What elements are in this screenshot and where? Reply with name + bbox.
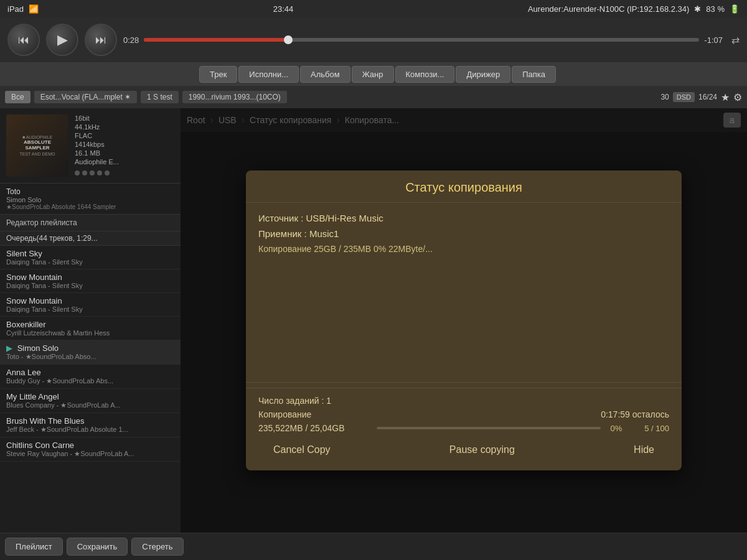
task-info-row: Число заданий : 1 <box>258 396 669 406</box>
track-album: ★SoundProLab Absolute 1644 Sampler <box>6 203 174 210</box>
progress-track[interactable] <box>144 38 699 42</box>
progress-row: 235,522MB / 25,04GB 0% 5 / 100 <box>258 423 669 433</box>
list-item[interactable]: Snow Mountain Daiqing Tana - Silent Sky <box>0 293 181 317</box>
list-item[interactable]: Chitlins Con Carne Stevie Ray Vaughan - … <box>0 437 181 462</box>
server-info: Aurender:Aurender-N100C (IP:192.168.2.34… <box>528 4 689 14</box>
source-label: Источник : USB/Hi-Res Music <box>258 213 669 223</box>
modal-btn-row: Cancel Copy Pause copying Hide <box>258 439 669 460</box>
album-dots <box>75 170 119 175</box>
prev-icon: ⏮ <box>18 34 29 47</box>
time-display: 23:44 <box>273 4 294 14</box>
dot-4 <box>97 170 102 175</box>
copy-progress-row: Копирование 0:17:59 осталось <box>258 409 669 419</box>
status-right: Aurender:Aurender-N100C (IP:192.168.2.34… <box>528 4 740 14</box>
wifi-icon: 📶 <box>29 4 39 14</box>
tasks-label: Число заданий : 1 <box>258 396 331 406</box>
next-button[interactable]: ⏭ <box>85 24 117 56</box>
album-thumbnail: ■ AUDIOPHILE ABSOLUTESAMPLER TEST AND DE… <box>6 114 68 177</box>
shuffle-icon: ⇄ <box>731 34 740 46</box>
filter-vocal[interactable]: Esot...Vocal (FLA...mplet ✶ <box>34 91 137 103</box>
list-item[interactable]: Anna Lee Buddy Guy - ★SoundProLab Abs... <box>0 365 181 389</box>
status-bar: iPad 📶 23:44 Aurender:Aurender-N100C (IP… <box>0 0 747 17</box>
tab-album[interactable]: Альбом <box>300 66 350 83</box>
transport-bar: ⏮ ▶ ⏭ 0:28 -1:07 ⇄ <box>0 17 747 62</box>
playing-indicator: ▶ <box>6 343 12 353</box>
current-track-info: Toto Simon Solo ★SoundProLab Absolute 16… <box>0 184 181 215</box>
play-icon: ▶ <box>57 32 68 48</box>
tab-composer[interactable]: Компози... <box>395 66 455 83</box>
settings-icon[interactable]: ⚙ <box>733 91 742 103</box>
battery-icon: 🔋 <box>730 4 740 14</box>
playlist-header: Редактор плейлиста <box>0 215 181 231</box>
playlist-button[interactable]: Плейлист <box>5 538 63 556</box>
dot-5 <box>105 170 110 175</box>
size-label: 235,522MB / 25,04GB <box>258 423 370 433</box>
sidebar: ■ AUDIOPHILE ABSOLUTESAMPLER TEST AND DE… <box>0 108 181 533</box>
prev-button[interactable]: ⏮ <box>7 24 40 56</box>
list-item[interactable]: My Little Angel Blues Company - ★SoundPr… <box>0 389 181 413</box>
tab-artist[interactable]: Исполни... <box>238 66 299 83</box>
modal-footer: Число заданий : 1 Копирование 0:17:59 ос… <box>246 388 682 470</box>
dot-3 <box>90 170 95 175</box>
file-size: 16.1 MB <box>75 149 119 157</box>
progress-percent: 0% <box>607 424 626 433</box>
copy-log: Копирование 25GB / 235MB 0% 22MByte/... <box>258 244 669 254</box>
filter-stest[interactable]: 1 S test <box>141 91 179 103</box>
time-remaining: -1:07 <box>704 35 723 45</box>
dest-label: Приемник : Music1 <box>258 228 669 239</box>
modal-overlay: Статус копирования Источник : USB/Hi-Res… <box>181 108 747 533</box>
category-tabs: Трек Исполни... Альбом Жанр Компози... Д… <box>0 62 747 86</box>
sample-rate: 44.1kHz <box>75 123 119 131</box>
modal-progress-track <box>377 427 601 429</box>
content-area: Root › USB › Статус копирования › Копиро… <box>181 108 747 533</box>
delete-button[interactable]: Стереть <box>131 538 183 556</box>
star-icon[interactable]: ★ <box>721 91 730 103</box>
progress-area: 0:28 -1:07 ⇄ <box>123 34 740 46</box>
copying-label: Копирование <box>258 409 311 419</box>
dot-1 <box>75 170 80 175</box>
modal-divider <box>246 382 682 383</box>
play-button[interactable]: ▶ <box>46 24 78 56</box>
playlist-queue: Очередь(44 треков, 1:29... <box>0 231 181 246</box>
tab-genre[interactable]: Жанр <box>352 66 394 83</box>
progress-fill <box>144 38 288 42</box>
filter-all[interactable]: Все <box>5 91 31 103</box>
device-label: iPad <box>7 4 24 14</box>
filter-date[interactable]: 1990...rivium 1993...(10CO) <box>182 91 287 103</box>
status-left: iPad 📶 <box>7 4 39 14</box>
save-button[interactable]: Сохранить <box>67 538 128 556</box>
track-name: Toto <box>6 187 174 196</box>
modal-body: Источник : USB/Hi-Res Music Приемник : M… <box>246 203 682 377</box>
copy-status-modal: Статус копирования Источник : USB/Hi-Res… <box>246 170 682 470</box>
tab-conductor[interactable]: Дирижер <box>456 66 510 83</box>
cancel-copy-button[interactable]: Cancel Copy <box>258 439 345 460</box>
label: Audiophile E... <box>75 158 119 166</box>
time-remaining: 0:17:59 осталось <box>601 409 669 419</box>
track-count: 30 <box>660 93 669 101</box>
progress-count: 5 / 100 <box>632 424 669 433</box>
hide-button[interactable]: Hide <box>619 439 669 460</box>
tab-track[interactable]: Трек <box>199 66 237 83</box>
modal-title: Статус копирования <box>246 170 682 203</box>
filter-bar: Все Esot...Vocal (FLA...mplet ✶ 1 S test… <box>0 86 747 108</box>
format-label: DSD <box>673 92 695 102</box>
list-item[interactable]: Brush With The Blues Jeff Beck - ★SoundP… <box>0 413 181 437</box>
bit-depth: 16bit <box>75 114 119 122</box>
album-info: ■ AUDIOPHILE ABSOLUTESAMPLER TEST AND DE… <box>0 108 181 184</box>
quality-label: 16/24 <box>698 93 717 101</box>
track-artist: Simon Solo <box>6 196 174 203</box>
list-item[interactable]: Snow Mountain Daiqing Tana - Silent Sky <box>0 269 181 293</box>
progress-thumb <box>284 35 293 44</box>
bluetooth-icon: ✱ <box>694 4 701 14</box>
bitrate: 1414kbps <box>75 141 119 148</box>
time-elapsed: 0:28 <box>123 35 139 45</box>
battery-label: 83 % <box>706 4 725 14</box>
bottom-bar: Плейлист Сохранить Стереть <box>0 533 747 560</box>
pause-copying-button[interactable]: Pause copying <box>435 439 530 460</box>
list-item[interactable]: Silent Sky Daiqing Tana - Silent Sky <box>0 246 181 269</box>
format: FLAC <box>75 132 119 139</box>
track-list: Silent Sky Daiqing Tana - Silent Sky Sno… <box>0 246 181 533</box>
tab-folder[interactable]: Папка <box>512 66 556 83</box>
list-item[interactable]: Boxenkiller Cyrill Lutzeischwab & Martin… <box>0 317 181 340</box>
list-item-playing[interactable]: ▶ Simon Solo Toto - ★SoundProLab Abso... <box>0 340 181 365</box>
